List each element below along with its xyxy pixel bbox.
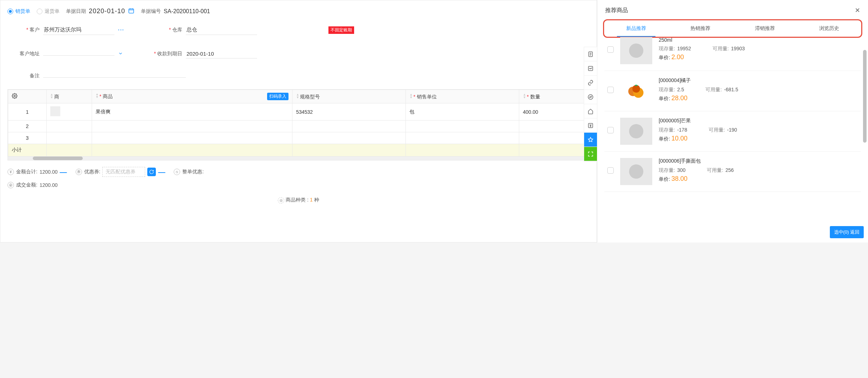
product-title: [0000004]橘子 — [659, 77, 858, 87]
subtotal-label: 小计 — [8, 144, 47, 157]
price-value: 2.00 — [672, 53, 684, 61]
remark-input[interactable] — [43, 75, 186, 78]
addr-input[interactable] — [43, 52, 114, 56]
yen-icon: ¥ — [7, 169, 14, 175]
table-row[interactable]: 3 — [8, 132, 589, 144]
col-img[interactable]: ▲▼商 — [46, 90, 92, 103]
rail-house-icon[interactable] — [584, 104, 597, 118]
row-name[interactable]: 果倍爽 — [92, 103, 292, 121]
customer-label: 客户 — [7, 27, 40, 33]
tab-hot[interactable]: 热销推荐 — [668, 20, 732, 37]
col-spec[interactable]: ▲▼规格型号 — [292, 90, 406, 103]
amount-label: 金额合计: — [16, 169, 37, 175]
deal-value: 1200.00 — [40, 182, 58, 188]
doc-date-field: 单据日期 2020-01-10 — [66, 7, 134, 15]
rail-doc-icon[interactable] — [584, 47, 597, 61]
tab-new[interactable]: 新品推荐 — [604, 20, 668, 37]
rail-swap-icon[interactable] — [584, 90, 597, 104]
scan-button[interactable]: 扫码录入 — [267, 93, 289, 100]
items-table: ▲▼商 ▲▼* 商品扫码录入 ▲▼规格型号 ▲▼* 销售单位 ▲▼* 数量 1 … — [7, 89, 589, 160]
addr-label: 客户地址 — [7, 51, 40, 57]
product-thumb — [620, 158, 652, 185]
addr-row: 客户地址 — [7, 49, 136, 58]
tab-slow[interactable]: 滞销推荐 — [733, 20, 797, 37]
stock-value: 19952 — [677, 46, 691, 51]
row-qty[interactable]: 400.00 — [519, 103, 589, 121]
list-item[interactable]: [0000006]手撕面包 现存量:300 可用量:256 单价: 38.00 — [604, 152, 861, 192]
radio-icon — [37, 9, 42, 14]
rail-chart-icon[interactable] — [584, 61, 597, 76]
close-icon[interactable]: ✕ — [855, 6, 860, 14]
coupon-input[interactable]: 无匹配优惠券 — [102, 167, 145, 177]
v-scrollbar[interactable] — [863, 50, 867, 143]
tag-icon: ◎ — [278, 197, 284, 204]
tab-history[interactable]: 浏览历史 — [797, 20, 861, 37]
selected-return-button[interactable]: 选中(0) 返回 — [830, 226, 864, 238]
warehouse-input[interactable]: 总仓 — [186, 25, 257, 35]
totals-row: ¥ 金额合计: 1200.00 — 券 优惠券: 无匹配优惠券 — ⦸ 整单优惠… — [7, 160, 589, 180]
list-item[interactable]: 250ml 现存量:19952 可用量:19903 单价: 2.00 — [604, 36, 861, 71]
due-input[interactable]: 2020-01-10 — [186, 49, 257, 58]
row-spec[interactable]: 534532 — [292, 103, 406, 121]
list-item[interactable]: [0000004]橘子 现存量:2.5 可用量:-681.5 单价: 28.00 — [604, 71, 861, 111]
col-name[interactable]: ▲▼* 商品扫码录入 — [92, 90, 292, 103]
col-qty[interactable]: ▲▼* 数量 — [519, 90, 589, 103]
product-thumb — [620, 118, 652, 145]
h-scrollbar[interactable] — [8, 157, 589, 160]
row-unit[interactable]: 包 — [406, 103, 519, 121]
calendar-icon[interactable] — [128, 7, 134, 15]
rail-star-icon[interactable] — [584, 133, 597, 147]
product-title: [0000006]手撕面包 — [659, 158, 858, 167]
sku-summary: ◎ 商品种类 : 1 种 — [7, 192, 589, 204]
sales-order-panel: 销货单 退货单 单据日期 2020-01-10 单据编号 SA-20200110… — [0, 0, 597, 242]
deal-icon: ⦿ — [7, 182, 14, 188]
svg-point-12 — [629, 164, 643, 179]
product-title: 250ml — [659, 37, 858, 46]
fixed-period-badge-row: 不固定账期 — [328, 25, 354, 35]
minus-icon: — — [158, 168, 165, 176]
tab-sales[interactable]: 销货单 — [7, 8, 30, 15]
product-title: [0000005]芒果 — [659, 118, 858, 127]
warehouse-label: 仓库 — [150, 27, 182, 33]
doc-no-value: SA-20200110-001 — [164, 8, 210, 15]
recommend-panel: 推荐商品 ✕ 新品推荐 热销推荐 滞销推荐 浏览历史 250ml 现存量:199… — [597, 0, 868, 242]
tab-sales-label: 销货单 — [15, 8, 30, 15]
checkbox[interactable] — [607, 127, 614, 133]
customer-input[interactable]: 苏州万达沃尔玛 — [43, 25, 114, 35]
doc-no-field: 单据编号 SA-20200110-001 — [141, 8, 210, 15]
product-list[interactable]: 250ml 现存量:19952 可用量:19903 单价: 2.00 [0000… — [597, 36, 868, 242]
product-thumb — [620, 37, 652, 64]
table-row[interactable]: 2 — [8, 121, 589, 132]
gear-icon[interactable] — [8, 90, 47, 103]
svg-rect-0 — [129, 9, 134, 13]
svg-point-10 — [635, 85, 637, 86]
checkbox[interactable] — [607, 46, 614, 53]
recommend-tabs: 新品推荐 热销推荐 滞销推荐 浏览历史 — [604, 20, 861, 37]
rail-currency-icon[interactable] — [584, 118, 597, 133]
doc-date-label: 单据日期 — [66, 8, 86, 15]
svg-point-5 — [14, 95, 15, 97]
deal-label: 成交金额: — [16, 182, 37, 188]
chevron-down-icon[interactable] — [118, 51, 123, 57]
more-icon[interactable]: ··· — [118, 27, 124, 33]
remark-label: 备注 — [7, 73, 40, 79]
doc-date-value[interactable]: 2020-01-10 — [89, 7, 125, 15]
tab-return-label: 退货单 — [45, 8, 60, 15]
svg-point-6 — [629, 44, 643, 58]
rail-expand-icon[interactable] — [584, 147, 597, 161]
svg-point-3 — [588, 94, 593, 99]
order-disc-label: 整单优惠: — [182, 169, 204, 175]
reload-icon[interactable] — [147, 168, 156, 176]
list-item[interactable]: [0000005]芒果 现存量:-178 可用量:-190 单价: 10.00 — [604, 111, 861, 152]
ticket-icon: 券 — [76, 169, 82, 175]
checkbox[interactable] — [607, 167, 614, 174]
due-row: 收款到期日 2020-01-10 — [150, 49, 279, 58]
table-row[interactable]: 1 果倍爽 534532 包 400.00 — [8, 103, 589, 121]
rail-link-icon[interactable] — [584, 76, 597, 90]
tab-return[interactable]: 退货单 — [37, 8, 60, 15]
sku-value: 1 — [310, 197, 313, 203]
checkbox[interactable] — [607, 87, 614, 93]
row-thumb — [46, 103, 92, 121]
col-unit[interactable]: ▲▼* 销售单位 — [406, 90, 519, 103]
sku-unit: 种 — [314, 197, 319, 203]
